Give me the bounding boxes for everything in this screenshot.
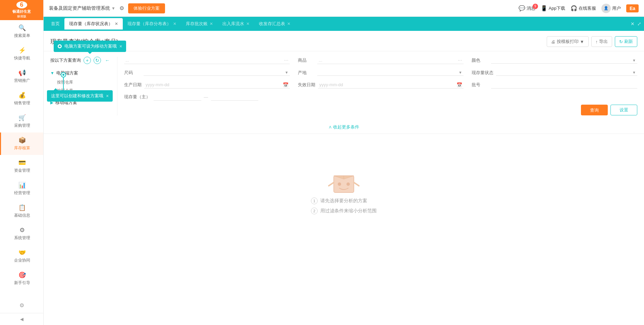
expiry-date-field: 失效日期 📅 <box>298 81 464 89</box>
refresh-icon: ↻ <box>619 39 623 44</box>
sidebar-item-enterprise[interactable]: 🤝 企业协同 <box>0 245 43 267</box>
tab-close-collection-summary[interactable]: ✕ <box>287 21 290 26</box>
operations-icon: 📊 <box>18 181 26 189</box>
calendar-icon-1[interactable]: 📅 <box>281 82 290 88</box>
tab-close-inout-flow[interactable]: ✕ <box>246 21 250 26</box>
sidebar-item-guide[interactable]: 🎯 新手引导 <box>0 267 43 290</box>
tab-inventory-dist[interactable]: 现存量（库存分布表） ✕ <box>123 18 181 30</box>
goods-input-wrap: ··· <box>317 57 464 64</box>
calendar-icon-2[interactable]: 📅 <box>455 82 464 88</box>
tooltip-text-2: 这里可以创建和修改方案哦 <box>51 93 103 99</box>
filter-scheme-panel: 按以下方案查询 + ↻ ← ▼ 电脑端方案 按照仓库 <box>50 57 117 115</box>
svg-line-3 <box>329 182 334 186</box>
tooltip-create-scheme: 这里可以创建和修改方案哦 × <box>47 90 113 102</box>
phone-icon: 📱 <box>541 5 547 11</box>
tab-home[interactable]: 首页 <box>46 18 64 30</box>
app-download-button[interactable]: 📱 App下载 <box>541 5 565 11</box>
print-button[interactable]: 🖨 按模板打印 ▼ <box>547 36 589 47</box>
reset-button[interactable]: 设置 <box>610 105 637 115</box>
production-date-input[interactable] <box>144 81 281 88</box>
origin-select[interactable]: ▼ <box>317 69 464 76</box>
tab-batch-account[interactable]: 库存批次账 ✕ <box>181 18 218 30</box>
batch-input[interactable] <box>491 81 637 88</box>
system-title-dropdown[interactable]: 装备及固定资产辅助管理系统 ▼ <box>49 5 115 11</box>
filter-back-button[interactable]: ← <box>104 57 111 64</box>
tab-bar: 首页 现存量（库存状况表） ✕ 现存量（库存分布表） ✕ 库存批次账 ✕ 出入库… <box>44 17 644 31</box>
batch-input-wrap <box>491 81 637 89</box>
stock-status-select[interactable]: ▼ <box>496 69 637 76</box>
warehouse-input-wrap: ··· <box>124 57 290 64</box>
sidebar-item-finance[interactable]: 💳 资金管理 <box>0 155 43 177</box>
export-button[interactable]: ↑ 导出 <box>591 36 612 47</box>
search-button[interactable]: 查询 <box>581 105 608 115</box>
sidebar: 6 畅通好生意 标准版 🔍 搜索菜单 ⚡ 快捷导航 📢 营销推广 💰 销售管理 … <box>0 0 44 325</box>
sidebar-item-quick-nav[interactable]: ⚡ 快捷导航 <box>0 43 43 65</box>
more-conditions-btn[interactable]: ∧ 收起更多条件 <box>44 121 644 133</box>
sidebar-item-system[interactable]: ⚙ 系统管理 <box>0 222 43 245</box>
ea-badge: Ea <box>626 4 639 12</box>
desktop-arrow-icon: ▼ <box>50 71 54 75</box>
gear-button[interactable]: ⚙ <box>119 5 124 11</box>
tooltip-close-2[interactable]: × <box>106 93 109 99</box>
sidebar-item-marketing[interactable]: 📢 营销推广 <box>0 65 43 88</box>
stock-main-to[interactable] <box>211 93 270 100</box>
user-menu[interactable]: 👤 用户 <box>601 4 621 13</box>
stock-main-wrap <box>154 93 201 101</box>
goods-ellipsis-icon[interactable]: ··· <box>457 57 464 63</box>
origin-arrow-icon: ▼ <box>459 70 462 74</box>
tab-expand-btn[interactable]: ⤢ <box>637 21 641 26</box>
size-select[interactable]: ▼ <box>144 69 290 76</box>
page-actions: 🖨 按模板打印 ▼ ↑ 导出 ↻ 刷新 <box>547 36 637 47</box>
empty-illustration <box>325 161 362 198</box>
size-label: 尺码 <box>124 70 141 76</box>
filter-label: 按以下方案查询 <box>50 57 81 63</box>
refresh-button[interactable]: ↻ 刷新 <box>615 36 637 47</box>
system-icon: ⚙ <box>19 226 25 234</box>
guide-icon: 🎯 <box>18 271 26 279</box>
sidebar-collapse-btn[interactable]: ◀ <box>0 313 43 325</box>
tab-close-batch-account[interactable]: ✕ <box>210 21 213 26</box>
tab-inventory-status[interactable]: 现存量（库存状况表） ✕ <box>64 18 123 30</box>
tab-close-inventory-dist[interactable]: ✕ <box>173 21 176 26</box>
scheme-child-1[interactable]: 按照仓库 <box>57 78 112 87</box>
desktop-scheme-group[interactable]: ▼ 电脑端方案 <box>50 68 112 78</box>
tab-inout-flow[interactable]: 出入库流水 ✕ <box>218 18 254 30</box>
message-badge: 9 <box>533 4 538 9</box>
support-button[interactable]: 🎧 在线客服 <box>571 5 596 11</box>
sidebar-item-operations[interactable]: 📊 经营管理 <box>0 177 43 200</box>
expiry-date-label: 失效日期 <box>298 82 315 88</box>
svg-line-4 <box>354 182 359 186</box>
sidebar-item-sales[interactable]: 💰 销售管理 <box>0 88 43 110</box>
sidebar-bottom: ⚙ ◀ <box>0 299 43 325</box>
expiry-date-input[interactable] <box>318 81 455 88</box>
goods-input[interactable] <box>317 57 457 64</box>
dropdown-arrow-icon: ▼ <box>111 6 115 11</box>
sidebar-item-inventory[interactable]: 📦 库存核算 <box>0 132 43 155</box>
sidebar-settings-btn[interactable]: ⚙ <box>0 299 43 313</box>
tab-close-inventory-status[interactable]: ✕ <box>115 21 118 26</box>
scheme-child-1-label: 按照仓库 <box>57 79 73 85</box>
tab-close-all-btn[interactable]: ✕ <box>631 21 635 26</box>
print-dropdown-icon: ▼ <box>580 39 584 44</box>
warehouse-input[interactable] <box>124 57 283 64</box>
filter-refresh-button[interactable]: ↻ <box>94 57 101 64</box>
collapse-icon: ◀ <box>20 317 23 322</box>
settings-icon: ⚙ <box>19 302 24 309</box>
filter-add-button[interactable]: + <box>84 57 91 64</box>
sidebar-item-basic[interactable]: 📋 基础信息 <box>0 200 43 222</box>
color-select[interactable]: ▼ <box>491 57 637 64</box>
warehouse-ellipsis-icon[interactable]: ··· <box>283 57 290 63</box>
experience-button[interactable]: 体验行业方案 <box>128 3 165 13</box>
filter-grid: ··· 商品 ··· 颜色 <box>124 57 637 89</box>
production-date-field: 生产日期 📅 <box>124 81 290 89</box>
message-icon: 💬 <box>519 5 525 11</box>
tooltip-text-1: 电脑方案可设为移动方案哦 <box>64 43 117 49</box>
sidebar-item-search-menu[interactable]: 🔍 搜索菜单 <box>0 20 43 43</box>
goods-label: 商品 <box>298 57 315 63</box>
tooltip-close-1[interactable]: × <box>119 44 122 49</box>
origin-field: 产地 ▼ <box>298 69 464 76</box>
user-avatar: 👤 <box>601 4 611 13</box>
sidebar-item-purchase[interactable]: 🛒 采购管理 <box>0 110 43 132</box>
tab-collection-summary[interactable]: 收发存汇总表 ✕ <box>254 18 295 30</box>
message-button[interactable]: 💬 消息 9 <box>519 5 535 11</box>
